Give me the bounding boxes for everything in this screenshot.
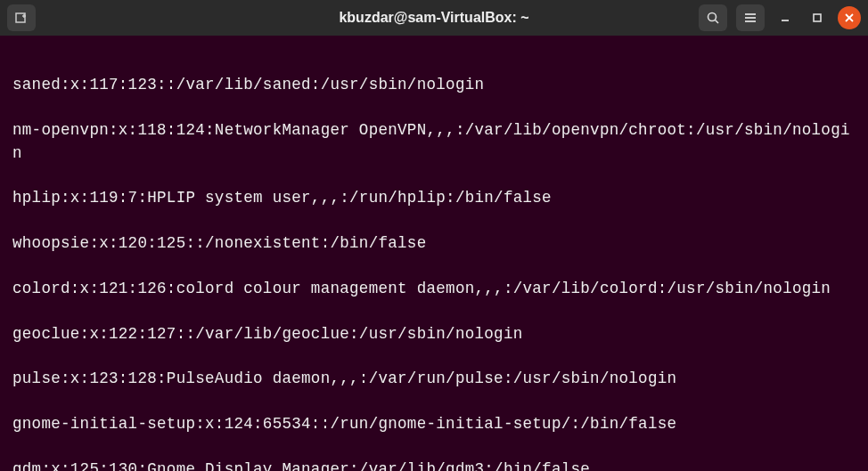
output-line: hplip:x:119:7:HPLIP system user,,,:/run/…	[12, 187, 856, 209]
new-tab-button[interactable]	[7, 4, 36, 31]
output-line: nm-openvpn:x:118:124:NetworkManager Open…	[12, 119, 856, 165]
titlebar: kbuzdar@sam-VirtualBox: ~	[0, 0, 868, 36]
menu-button[interactable]	[736, 4, 765, 31]
maximize-icon	[811, 12, 823, 24]
svg-line-4	[716, 20, 719, 24]
output-line: gdm:x:125:130:Gnome Display Manager:/var…	[12, 459, 856, 471]
output-line: pulse:x:123:128:PulseAudio daemon,,,:/va…	[12, 368, 856, 390]
hamburger-icon	[743, 11, 757, 25]
output-line: gnome-initial-setup:x:124:65534::/run/gn…	[12, 413, 856, 435]
new-tab-icon	[14, 11, 29, 25]
minimize-icon	[779, 12, 791, 24]
output-line: geoclue:x:122:127::/var/lib/geoclue:/usr…	[12, 323, 856, 345]
minimize-button[interactable]	[774, 6, 797, 29]
window-title: kbuzdar@sam-VirtualBox: ~	[339, 10, 528, 26]
output-line: whoopsie:x:120:125::/nonexistent:/bin/fa…	[12, 232, 856, 255]
search-button[interactable]	[699, 4, 727, 31]
search-icon	[706, 11, 720, 25]
terminal-output[interactable]: saned:x:117:123::/var/lib/saned:/usr/sbi…	[0, 36, 868, 471]
close-icon	[844, 12, 855, 23]
output-line: saned:x:117:123::/var/lib/saned:/usr/sbi…	[12, 74, 856, 96]
close-button[interactable]	[838, 6, 861, 29]
svg-point-3	[708, 13, 717, 21]
output-line: colord:x:121:126:colord colour managemen…	[12, 278, 856, 300]
maximize-button[interactable]	[806, 6, 829, 29]
svg-rect-9	[814, 14, 821, 21]
